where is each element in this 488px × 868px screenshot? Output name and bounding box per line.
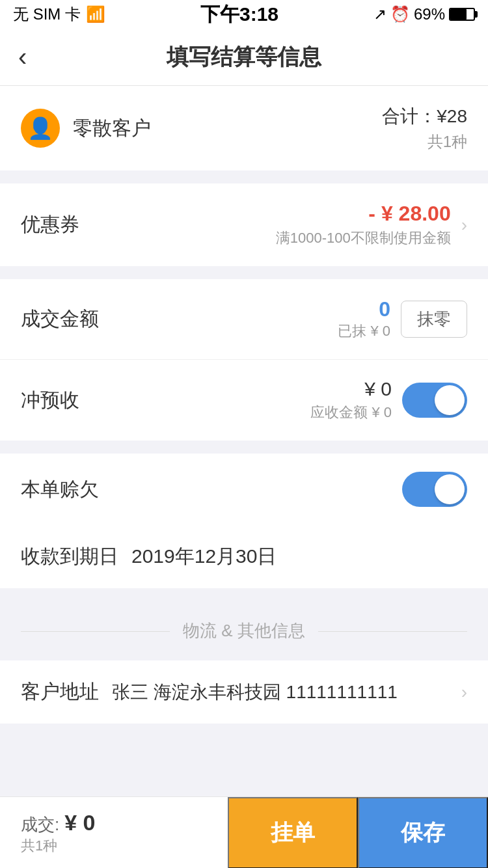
battery-icon (449, 8, 475, 21)
address-section: 客户地址 张三 海淀永丰科技园 11111111111 › (0, 660, 488, 724)
trade-row: 成交金额 0 已抹 ¥ 0 抹零 (0, 279, 488, 360)
trade-prepay-section: 成交金额 0 已抹 ¥ 0 抹零 冲预收 ¥ 0 应收金额 ¥ 0 (0, 279, 488, 441)
page-title: 填写结算等信息 (167, 42, 321, 72)
trade-discounted: 已抹 ¥ 0 (338, 321, 390, 341)
address-row[interactable]: 客户地址 张三 海淀永丰科技园 11111111111 › (0, 660, 488, 724)
trade-right: 0 已抹 ¥ 0 抹零 (338, 297, 467, 341)
prepay-right: ¥ 0 应收金额 ¥ 0 (310, 378, 467, 422)
coupon-right: - ¥ 28.00 满1000-100不限制使用金额 › (276, 202, 467, 248)
due-label: 收款到期日 (21, 543, 118, 570)
debt-label: 本单赊欠 (21, 476, 99, 503)
status-right: ↗ ⏰ 69% (373, 5, 475, 23)
logistics-label: 物流 & 其他信息 (170, 619, 318, 642)
trade-amount: 0 (338, 297, 390, 321)
trade-label: 成交金额 (21, 306, 99, 332)
logistics-header: 物流 & 其他信息 (0, 601, 488, 660)
back-button[interactable]: ‹ (18, 42, 27, 72)
debt-toggle[interactable] (402, 472, 467, 507)
coupon-section: 优惠券 - ¥ 28.00 满1000-100不限制使用金额 › (0, 183, 488, 266)
status-left: 无 SIM 卡 📶 (13, 4, 105, 25)
prepay-receivable: 应收金额 ¥ 0 (310, 403, 392, 422)
coupon-amount: - ¥ 28.00 (276, 202, 451, 226)
address-value: 张三 海淀永丰科技园 11111111111 (112, 680, 461, 705)
bottom-count: 共1种 (21, 836, 207, 856)
avatar: 👤 (21, 109, 60, 148)
customer-name: 零散客户 (73, 115, 151, 142)
logistics-text: 物流 & 其他信息 (183, 621, 305, 640)
debt-row: 本单赊欠 (0, 454, 488, 525)
address-label: 客户地址 (21, 679, 99, 705)
wifi-icon: 📶 (86, 5, 105, 23)
prepay-row: 冲预收 ¥ 0 应收金额 ¥ 0 (0, 360, 488, 441)
status-bar: 无 SIM 卡 📶 下午3:18 ↗ ⏰ 69% (0, 0, 488, 29)
due-value: 2019年12月30日 (131, 543, 277, 570)
prepay-toggle[interactable] (402, 383, 467, 418)
due-date-row: 收款到期日 2019年12月30日 (0, 525, 488, 588)
coupon-label: 优惠券 (21, 211, 79, 238)
avatar-icon: 👤 (27, 116, 53, 141)
trade-info: 0 已抹 ¥ 0 (338, 297, 390, 341)
prepay-amount: ¥ 0 (310, 378, 392, 400)
bottom-bar: 成交: ¥ 0 共1种 挂单 保存 (0, 796, 488, 868)
toggle-knob (435, 385, 465, 415)
coupon-desc: 满1000-100不限制使用金额 (276, 228, 451, 248)
location-icon: ↗ (373, 5, 386, 23)
bottom-trade-amount: ¥ 0 (64, 810, 95, 835)
count-label: 共1种 (382, 131, 467, 152)
prepay-label: 冲预收 (21, 387, 79, 414)
debt-toggle-knob (435, 474, 465, 504)
coupon-info: - ¥ 28.00 满1000-100不限制使用金额 (276, 202, 451, 248)
bottom-trade-label: 成交: (21, 813, 59, 836)
customer-left: 👤 零散客户 (21, 109, 151, 148)
pending-button[interactable]: 挂单 (228, 797, 358, 869)
chevron-right-icon: › (461, 215, 467, 236)
address-chevron-icon: › (461, 682, 467, 703)
nav-bar: ‹ 填写结算等信息 (0, 29, 488, 86)
battery-label: 69% (414, 5, 445, 23)
debt-section: 本单赊欠 收款到期日 2019年12月30日 (0, 454, 488, 588)
customer-row: 👤 零散客户 合计：¥28 共1种 (0, 86, 488, 170)
customer-total: 合计：¥28 共1种 (382, 104, 467, 152)
save-button[interactable]: 保存 (358, 797, 488, 869)
alarm-icon: ⏰ (390, 5, 410, 23)
prepay-info: ¥ 0 应收金额 ¥ 0 (310, 378, 392, 422)
bottom-left: 成交: ¥ 0 共1种 (0, 810, 228, 856)
customer-section: 👤 零散客户 合计：¥28 共1种 (0, 86, 488, 170)
status-time: 下午3:18 (200, 1, 278, 28)
round-button[interactable]: 抹零 (401, 301, 467, 338)
coupon-row[interactable]: 优惠券 - ¥ 28.00 满1000-100不限制使用金额 › (0, 183, 488, 266)
sim-label: 无 SIM 卡 (13, 4, 81, 25)
total-label: 合计：¥28 (382, 104, 467, 129)
